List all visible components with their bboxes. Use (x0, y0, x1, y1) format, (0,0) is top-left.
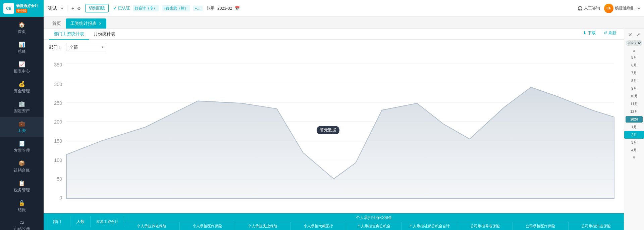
sidebar-icon: 🏢 (18, 101, 25, 107)
month-6月[interactable]: 6月 (624, 61, 644, 69)
sidebar-item-首页[interactable]: 🏠首页 (0, 18, 44, 38)
sidebar-item-报表中心[interactable]: 📈报表中心 (0, 58, 44, 78)
sidebar-label: 发票管理 (14, 148, 30, 153)
settings-button[interactable]: ⚙ (77, 6, 81, 11)
th-social-cols: 个人承担养老保险个人承担医疗保险个人承担失业保险个人承担大额医疗个人承担住房公积… (124, 222, 624, 230)
subtab-月份统计表[interactable]: 月份统计表 (89, 29, 120, 40)
tag-more: +… (193, 6, 203, 11)
tag-haoshengyi: +好生意（标） (162, 5, 190, 11)
th-col-个人承担失业保险: 个人承担失业保险 (235, 222, 291, 230)
tab-工资统计报表[interactable]: 工资统计报表✕ (66, 18, 106, 29)
th-col-公司承担医疗保险: 公司承担医疗保险 (513, 222, 569, 230)
tag-haokuaiji: 好会计（专） (133, 5, 159, 11)
svg-text:300: 300 (54, 81, 62, 87)
month-5月[interactable]: 5月 (624, 54, 644, 61)
right-panel: ✕ ⤢ 2023.02 ▲ 5月6月7月8月9月10月11月12月20241月2… (624, 29, 644, 230)
month-12月[interactable]: 12月 (624, 108, 644, 116)
month-10月[interactable]: 10月 (624, 92, 644, 100)
chart-area: 350 300 250 200 150 100 50 0 (44, 55, 624, 213)
sidebar-icon: 🏠 (18, 21, 25, 28)
sidebar-label: 资金管理 (14, 88, 30, 94)
year-2024-header: 2024 (626, 116, 643, 123)
period-value: 2023-02 (217, 6, 232, 11)
th-col-个人承担社保公积金合计: 个人承担社保公积金合计 (402, 222, 458, 230)
switch-old-btn[interactable]: 切到旧版 (85, 4, 109, 12)
main-panel: 部门工资统计表月份统计表 ⬇ 下载 ↺ 刷新 部门： 全部财务部销售部行政部 (44, 29, 624, 230)
sidebar-label: 首页 (18, 29, 26, 35)
topbar-dropdown-arrow[interactable]: ▾ (61, 6, 63, 11)
content-area: 部门工资统计表月份统计表 ⬇ 下载 ↺ 刷新 部门： 全部财务部销售部行政部 (44, 29, 644, 230)
user-menu[interactable]: CE 畅捷通8组... ▾ (604, 4, 640, 13)
th-dept: 部门 (44, 216, 70, 227)
refresh-btn[interactable]: ↺ 刷新 (602, 29, 619, 37)
month-11月[interactable]: 11月 (624, 100, 644, 108)
sidebar-icon: 💰 (18, 81, 25, 87)
sidebar-label: 进销台账 (14, 168, 30, 173)
sidebar-item-结账[interactable]: 🔒结账 (0, 196, 44, 216)
svg-text:50: 50 (57, 176, 62, 182)
nav-down-btn[interactable]: ▼ (624, 154, 644, 161)
th-col-公司承担失业保险: 公司承担失业保险 (569, 222, 624, 230)
sidebar-label: 固定资产 (14, 108, 30, 114)
sidebar-item-税务管理[interactable]: 📋税务管理 (0, 177, 44, 196)
close-panel-btn[interactable]: ✕ (627, 31, 634, 38)
logo-text: 畅捷通好会计 专业版 (16, 3, 38, 13)
sidebar-item-进销台账[interactable]: 📦进销台账 (0, 157, 44, 177)
subtab-部门工资统计表[interactable]: 部门工资统计表 (49, 29, 89, 40)
month-2024-4月[interactable]: 4月 (624, 146, 644, 154)
tab-close-btn[interactable]: ✕ (99, 21, 102, 26)
sidebar-item-发票管理[interactable]: 🧾发票管理 (0, 137, 44, 157)
sidebar-label: 结账 (18, 207, 26, 213)
logo-icon: CE (3, 3, 14, 14)
subtabs-container: 部门工资统计表月份统计表 (49, 29, 120, 39)
tab-首页[interactable]: 首页 (48, 18, 66, 29)
svg-text:100: 100 (54, 157, 62, 163)
sidebar-icon: 🗂 (19, 220, 24, 226)
sidebar: CE 畅捷通好会计 专业版 🏠首页📊总账📈报表中心💰资金管理🏢固定资产💼工资🧾发… (0, 0, 44, 230)
month-8月[interactable]: 8月 (624, 77, 644, 85)
sidebar-item-总账[interactable]: 📊总账 (0, 38, 44, 58)
headset-icon: 🎧 (578, 6, 583, 11)
sidebar-icon: 📦 (18, 160, 25, 167)
sidebar-item-资金管理[interactable]: 💰资金管理 (0, 78, 44, 97)
subtabs-actions: ⬇ 下载 ↺ 刷新 (581, 29, 619, 39)
th-social-group: 个人承担社保公积金 个人承担养老保险个人承担医疗保险个人承担失业保险个人承担大额… (124, 214, 624, 230)
nav-up-btn[interactable]: ▲ (624, 47, 644, 54)
sidebar-item-固定资产[interactable]: 🏢固定资产 (0, 97, 44, 117)
main-area: 测试 ▾ + ⚙ 切到旧版 ✔ 已认证 好会计（专） +好生意（标） +… 账期… (44, 0, 644, 230)
year-display: 2023.02 (626, 40, 642, 46)
panel-controls: ✕ ⤢ (626, 30, 643, 39)
sidebar-label: 报表中心 (14, 68, 30, 74)
th-salary-total: 应发工资合计 (91, 217, 124, 227)
th-social-group-label: 个人承担社保公积金 (124, 214, 624, 222)
avatar: CE (604, 4, 613, 13)
tabbar: 首页工资统计报表✕ (44, 17, 644, 29)
month-2024-2月[interactable]: 2月 (624, 131, 644, 139)
sidebar-item-工资[interactable]: 💼工资 (0, 117, 44, 137)
dept-label: 部门： (49, 44, 62, 50)
table-header: 部门 人数 应发工资合计 个人承担社保公积金 个人承担养老保险个人承担医疗保险个… (44, 213, 624, 230)
add-button[interactable]: + (71, 6, 74, 11)
sidebar-icon: 📈 (18, 61, 25, 67)
expand-panel-btn[interactable]: ⤢ (635, 31, 642, 38)
th-headcount: 人数 (70, 216, 91, 227)
th-col-个人承担医疗保险: 个人承担医疗保险 (180, 222, 235, 230)
sidebar-nav: 🏠首页📊总账📈报表中心💰资金管理🏢固定资产💼工资🧾发票管理📦进销台账📋税务管理🔒… (0, 17, 44, 230)
month-7月[interactable]: 7月 (624, 69, 644, 77)
download-btn[interactable]: ⬇ 下载 (581, 29, 598, 37)
sidebar-label: 税务管理 (14, 187, 30, 193)
toolbar-row: 部门： 全部财务部销售部行政部 ▾ (44, 40, 624, 55)
th-col-个人承担大额医疗: 个人承担大额医疗 (291, 222, 346, 230)
dept-select[interactable]: 全部财务部销售部行政部 (66, 43, 106, 51)
support-btn[interactable]: 🎧 人工咨询 (578, 5, 600, 11)
period-label: 账期 (207, 5, 215, 11)
topbar: 测试 ▾ + ⚙ 切到旧版 ✔ 已认证 好会计（专） +好生意（标） +… 账期… (44, 0, 644, 17)
th-col-个人承担养老保险: 个人承担养老保险 (124, 222, 180, 230)
calendar-icon[interactable]: 📅 (235, 6, 240, 11)
sidebar-icon: 💼 (18, 121, 25, 127)
month-9月[interactable]: 9月 (624, 85, 644, 92)
sidebar-label: 归档管理 (14, 227, 30, 230)
month-2024-1月[interactable]: 1月 (624, 123, 644, 131)
sidebar-item-归档管理[interactable]: 🗂归档管理 (0, 216, 44, 230)
month-2024-3月[interactable]: 3月 (624, 139, 644, 146)
